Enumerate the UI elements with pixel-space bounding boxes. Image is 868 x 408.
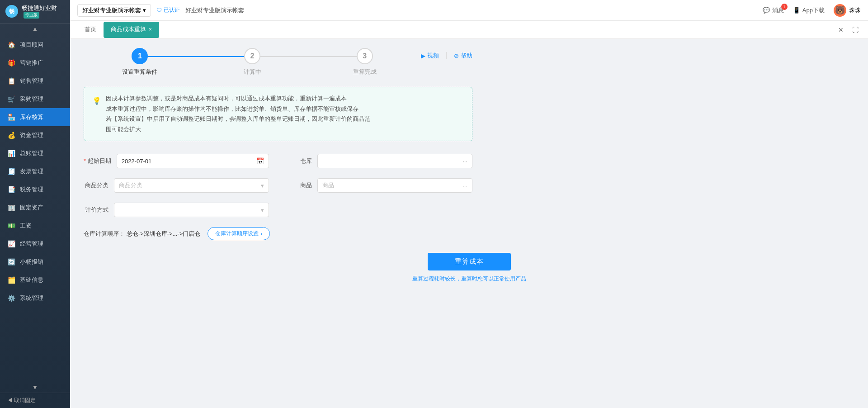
main-area: 好业财专业版演示帐套 ▾ 🛡 已认证 好业财专业版演示帐套 💬 消息 1 📱 A…	[70, 0, 868, 408]
account-selector[interactable]: 好业财专业版演示帐套 ▾	[77, 4, 151, 17]
step-1-circle: 1	[132, 48, 148, 64]
product-field: 商品 商品 ···	[287, 178, 472, 193]
accounting-icon: 📊	[7, 149, 15, 157]
message-button[interactable]: 💬 消息 1	[763, 6, 784, 14]
tabs-bar: 首页 商品成本重算 × ✕ ⛶	[70, 21, 868, 39]
step-3-circle: 3	[357, 48, 373, 64]
sidebar-item-label: 基础信息	[20, 276, 43, 284]
inventory-icon: 🏪	[7, 113, 15, 121]
sidebar-nav: 🏠 项目顾问 🎁 营销推广 📋 销售管理 🛒 采购管理 🏪 库存核算 💰 资金管…	[0, 34, 70, 382]
topbar-right: 💬 消息 1 📱 App下载 🐻 珠珠	[763, 4, 861, 17]
project-icon: 🏠	[7, 41, 15, 49]
form-row-2: 商品分类 商品分类 ▾ 商品 商品 ···	[84, 178, 472, 193]
pricing-select[interactable]: ▾	[114, 203, 269, 217]
tab-home[interactable]: 首页	[77, 22, 104, 38]
sidebar-item-label: 工资	[20, 222, 32, 230]
sidebar-item-label: 系统管理	[20, 294, 43, 302]
video-link[interactable]: ▶ 视频	[421, 52, 439, 60]
product-input[interactable]: 商品 ···	[317, 178, 472, 193]
sidebar-item-accounting[interactable]: 📊 总账管理	[0, 144, 70, 162]
tab-expand-button[interactable]: ⛶	[850, 24, 861, 35]
sidebar-item-invoice[interactable]: 🧾 发票管理	[0, 162, 70, 180]
marketing-icon: 🎁	[7, 59, 15, 67]
mobile-icon: 📱	[793, 7, 800, 14]
recalculate-hint: 重算过程耗时较长，重算时您可以正常使用产品	[412, 275, 526, 283]
user-name: 珠珠	[849, 6, 861, 14]
sidebar-item-sales[interactable]: 📋 销售管理	[0, 72, 70, 90]
sidebar-item-label: 税务管理	[20, 185, 43, 194]
account-name: 好业财专业版演示帐套	[82, 6, 141, 14]
sidebar-scroll-up[interactable]: ▲	[0, 24, 70, 34]
avatar: 🐻	[834, 4, 846, 17]
play-icon: ▶	[421, 52, 425, 59]
invoice-icon: 🧾	[7, 167, 15, 176]
sidebar-item-basic[interactable]: 🗂️ 基础信息	[0, 271, 70, 289]
recalculate-button[interactable]: 重算成本	[428, 253, 511, 270]
sidebar-logo-text: 畅捷通好业财 专业版	[22, 5, 57, 19]
start-date-input[interactable]: 2022-07-01 📅	[117, 154, 269, 168]
system-icon: ⚙️	[7, 294, 15, 302]
sidebar-item-expense[interactable]: 🔄 小畅报销	[0, 253, 70, 271]
sales-icon: 📋	[7, 77, 15, 85]
sidebar-unpin-button[interactable]: ◀ 取消固定	[0, 393, 70, 408]
chevron-right-icon: ›	[260, 231, 262, 237]
sidebar-item-purchase[interactable]: 🛒 采购管理	[0, 90, 70, 108]
help-icon: ⊘	[454, 52, 459, 59]
tab-close-window-button[interactable]: ✕	[835, 24, 846, 35]
sidebar-item-project[interactable]: 🏠 项目顾问	[0, 36, 70, 54]
sidebar-item-finance[interactable]: 💰 资金管理	[0, 126, 70, 144]
warehouse-ellipsis-icon[interactable]: ···	[462, 158, 467, 165]
start-date-field: 起始日期 2022-07-01 📅	[84, 154, 269, 168]
stepper: 1 设置重算条件 2 计算中 3 重算完成 ▶	[84, 48, 472, 76]
start-date-value: 2022-07-01	[122, 158, 152, 165]
sidebar: 畅 畅捷通好业财 专业版 ▲ 🏠 项目顾问 🎁 营销推广 📋 销售管理 🛒 采购…	[0, 0, 70, 408]
salary-icon: 💵	[7, 222, 15, 230]
step-2-label: 计算中	[244, 68, 261, 76]
help-link[interactable]: ⊘ 帮助	[454, 52, 472, 60]
category-select[interactable]: 商品分类 ▾	[114, 178, 269, 193]
warehouse-input[interactable]: ···	[317, 154, 472, 168]
sidebar-item-assets[interactable]: 🏢 固定资产	[0, 199, 70, 217]
step-3-label: 重算完成	[353, 68, 377, 76]
assets-icon: 🏢	[7, 204, 15, 212]
product-ellipsis-icon[interactable]: ···	[462, 182, 467, 189]
stepper-actions: ▶ 视频 ⊘ 帮助	[421, 48, 472, 60]
pricing-field: 计价方式 ▾	[84, 203, 269, 217]
submit-area: 重算成本 重算过程耗时较长，重算时您可以正常使用产品	[84, 253, 854, 283]
form-section: 起始日期 2022-07-01 📅 仓库 ··· 商品分	[84, 154, 472, 240]
info-icon: 💡	[92, 95, 101, 134]
app-logo-icon: 畅	[5, 5, 18, 18]
user-menu[interactable]: 🐻 珠珠	[834, 4, 861, 17]
app-download-button[interactable]: 📱 App下载	[793, 6, 825, 14]
category-label: 商品分类	[84, 181, 108, 190]
warehouse-order-settings-button[interactable]: 仓库计算顺序设置 ›	[208, 227, 270, 240]
sidebar-item-label: 项目顾问	[20, 41, 43, 49]
sidebar-item-operation[interactable]: 📈 经营管理	[0, 235, 70, 253]
step-2-circle: 2	[244, 48, 260, 64]
form-row-1: 起始日期 2022-07-01 📅 仓库 ···	[84, 154, 472, 168]
topbar: 好业财专业版演示帐套 ▾ 🛡 已认证 好业财专业版演示帐套 💬 消息 1 📱 A…	[70, 0, 868, 21]
sidebar-item-label: 采购管理	[20, 95, 43, 103]
chevron-down-icon-pricing: ▾	[261, 207, 264, 213]
form-row-3: 计价方式 ▾	[84, 203, 472, 217]
category-placeholder: 商品分类	[119, 181, 142, 190]
verified-badge: 🛡 已认证	[156, 6, 180, 14]
notification-badge: 1	[781, 4, 788, 10]
sidebar-item-inventory[interactable]: 🏪 库存核算	[0, 108, 70, 126]
product-placeholder: 商品	[322, 181, 334, 190]
step-3: 3 重算完成	[308, 48, 421, 76]
start-date-label: 起始日期	[84, 157, 111, 165]
category-field: 商品分类 商品分类 ▾	[84, 178, 269, 193]
sidebar-item-label: 销售管理	[20, 77, 43, 85]
sidebar-item-system[interactable]: ⚙️ 系统管理	[0, 289, 70, 307]
sidebar-scroll-down[interactable]: ▼	[0, 382, 70, 393]
step-1-label: 设置重算条件	[122, 68, 157, 76]
sidebar-item-salary[interactable]: 💵 工资	[0, 217, 70, 235]
finance-icon: 💰	[7, 131, 15, 139]
sidebar-item-label: 资金管理	[20, 131, 43, 139]
sidebar-item-marketing[interactable]: 🎁 营销推广	[0, 54, 70, 72]
sidebar-item-tax[interactable]: 📑 税务管理	[0, 180, 70, 199]
warehouse-label: 仓库	[287, 157, 312, 165]
tab-close-icon[interactable]: ×	[149, 26, 152, 33]
tab-cost-recalculate[interactable]: 商品成本重算 ×	[104, 22, 159, 38]
